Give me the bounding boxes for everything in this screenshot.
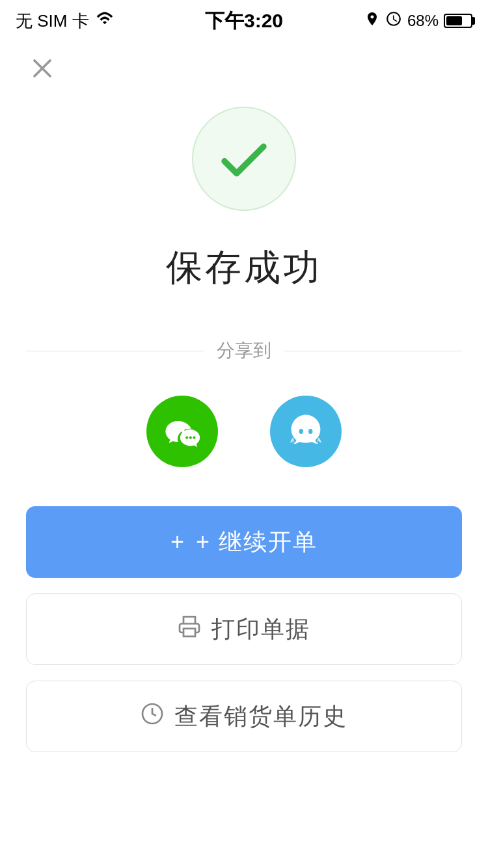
divider-left — [26, 351, 204, 351]
continue-order-label: + 继续开单 — [196, 526, 318, 558]
qq-share-button[interactable] — [270, 396, 342, 467]
svg-point-2 — [171, 430, 174, 433]
wechat-share-button[interactable] — [146, 396, 218, 467]
continue-order-button[interactable]: + + 继续开单 — [26, 506, 462, 578]
share-divider: 分享到 — [26, 338, 462, 363]
status-right: 68% — [364, 10, 472, 31]
close-button[interactable] — [26, 52, 59, 85]
svg-point-8 — [299, 429, 303, 434]
divider-right — [284, 351, 462, 351]
share-label: 分享到 — [217, 338, 271, 363]
location-icon — [364, 11, 380, 31]
battery-percentage: 68% — [407, 12, 439, 30]
success-title: 保存成功 — [166, 243, 322, 293]
share-section: 分享到 — [0, 338, 488, 467]
clock-icon — [141, 702, 164, 731]
print-label: 打印单据 — [211, 614, 310, 645]
printer-icon — [178, 615, 201, 644]
plus-icon: + — [170, 528, 185, 556]
status-left: 无 SIM 卡 — [16, 10, 114, 33]
svg-rect-10 — [183, 629, 195, 636]
main-content: 保存成功 分享到 — [0, 42, 488, 752]
battery-icon — [444, 14, 472, 28]
svg-point-7 — [193, 437, 195, 439]
history-button[interactable]: 查看销货单历史 — [26, 681, 462, 752]
battery-fill — [446, 16, 462, 25]
alarm-icon — [385, 10, 402, 31]
time-display: 下午3:20 — [205, 8, 283, 34]
svg-point-9 — [308, 429, 312, 434]
history-label: 查看销货单历史 — [174, 701, 347, 733]
print-button[interactable]: 打印单据 — [26, 593, 462, 665]
carrier-text: 无 SIM 卡 — [16, 10, 89, 33]
svg-point-3 — [176, 430, 180, 433]
success-icon-circle — [192, 107, 296, 211]
share-icons-container — [26, 396, 462, 467]
status-bar: 无 SIM 卡 下午3:20 68% — [0, 0, 488, 42]
svg-point-6 — [189, 437, 192, 439]
wifi-icon — [96, 10, 114, 33]
action-buttons: + + 继续开单 打印单据 查看销货单历史 — [0, 506, 488, 752]
svg-point-5 — [185, 437, 188, 439]
